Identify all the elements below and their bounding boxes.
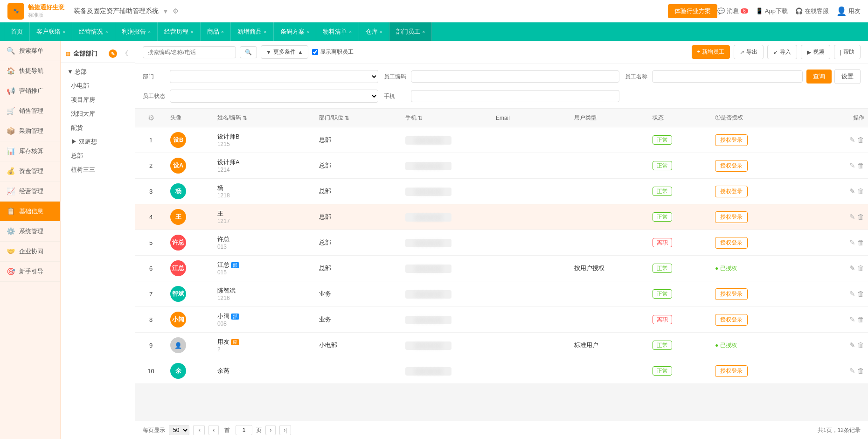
auth-button[interactable]: 授权登录 (715, 314, 748, 326)
sidebar-item-system[interactable]: ⚙️系统管理 (0, 222, 60, 242)
col-phone[interactable]: 手机⇅ (402, 109, 492, 127)
nav-tab-首页[interactable]: 首页 (4, 22, 30, 41)
user-item[interactable]: 👤 用友 (836, 6, 861, 16)
export-button[interactable]: ↗ 导出 (734, 45, 764, 59)
nav-tab-部门员工[interactable]: 部门员工 × (389, 22, 432, 41)
page-number-input[interactable] (236, 425, 252, 435)
dept-tree-item-shuangting[interactable]: ▶ 双庭想 (61, 135, 135, 149)
close-tab-icon[interactable]: × (221, 29, 224, 35)
employee-code-input[interactable] (411, 70, 619, 83)
sidebar-item-search[interactable]: 🔍搜索菜单 (0, 41, 60, 61)
auth-button[interactable]: 授权登录 (715, 237, 748, 249)
delete-button[interactable]: 🗑 (857, 161, 864, 169)
search-button[interactable]: 🔍 (240, 46, 257, 58)
close-tab-icon[interactable]: × (349, 29, 352, 35)
close-tab-icon[interactable]: × (62, 29, 65, 35)
dept-tree-item-shenyang[interactable]: 沈阳大库 (61, 107, 135, 121)
dept-tree-item-zongbu[interactable]: ▼ 总部 (61, 65, 135, 79)
sidebar-item-purchase[interactable]: 📦采购管理 (0, 121, 60, 141)
settings-btn[interactable]: 设置 (834, 69, 861, 84)
dept-tree-item-xiaodian[interactable]: 小电部 (61, 79, 135, 93)
nav-tab-客户联络[interactable]: 客户联络 × (30, 22, 72, 41)
delete-button[interactable]: 🗑 (857, 136, 864, 144)
edit-button[interactable]: ✎ (849, 187, 855, 195)
search-input[interactable] (143, 46, 236, 58)
app-download-item[interactable]: 📱 App下载 (756, 7, 788, 15)
dept-tree-item-peihuo[interactable]: 配货 (61, 121, 135, 135)
close-tab-icon[interactable]: × (306, 29, 309, 35)
edit-button[interactable]: ✎ (849, 264, 855, 272)
delete-button[interactable]: 🗑 (857, 367, 864, 375)
edit-button[interactable]: ✎ (849, 136, 855, 144)
sidebar-item-finance[interactable]: 💰资金管理 (0, 161, 60, 181)
close-tab-icon[interactable]: × (422, 29, 425, 35)
close-tab-icon[interactable]: × (148, 29, 151, 35)
sidebar-item-guide[interactable]: 🎯新手引导 (0, 262, 60, 282)
edit-button[interactable]: ✎ (849, 238, 855, 247)
dept-tree-item-zongbu2[interactable]: 总部 (61, 149, 135, 163)
col-dept[interactable]: 部门/职位⇅ (315, 109, 402, 127)
delete-button[interactable]: 🗑 (857, 341, 864, 349)
close-tab-icon[interactable]: × (380, 29, 382, 35)
add-employee-button[interactable]: + 新增员工 (692, 45, 730, 59)
more-conditions-button[interactable]: ▼ 更多条件 ▲ (261, 45, 308, 59)
edit-button[interactable]: ✎ (849, 315, 855, 324)
nav-tab-利润报告[interactable]: 利润报告 × (115, 22, 158, 41)
nav-tab-仓库[interactable]: 仓库 × (359, 22, 389, 41)
import-button[interactable]: ↙ 导入 (767, 45, 797, 59)
edit-button[interactable]: ✎ (849, 213, 855, 221)
dropdown-icon[interactable]: ▼ (162, 7, 169, 15)
col-name[interactable]: 姓名/编码⇅ (214, 109, 315, 127)
nav-tab-经营情况[interactable]: 经营情况 × (72, 22, 115, 41)
edit-button[interactable]: ✎ (849, 161, 855, 170)
delete-button[interactable]: 🗑 (857, 264, 864, 272)
search-btn[interactable]: 查询 (806, 70, 832, 84)
dept-select[interactable] (170, 70, 378, 83)
auth-button[interactable]: 授权登录 (715, 134, 748, 146)
auth-button[interactable]: 授权登录 (715, 288, 748, 300)
sidebar-item-basic[interactable]: 📋基础信息 (0, 202, 60, 222)
employee-name-input[interactable] (652, 70, 803, 83)
delete-button[interactable]: 🗑 (857, 187, 864, 195)
prev-page-button[interactable]: ‹ (208, 425, 219, 435)
nav-tab-商品[interactable]: 商品 × (201, 22, 231, 41)
edit-button[interactable]: ✎ (849, 290, 855, 298)
close-tab-icon[interactable]: × (105, 29, 108, 35)
edit-button[interactable]: ✎ (849, 341, 855, 349)
sidebar-item-shortcut[interactable]: 🏠快捷导航 (0, 61, 60, 81)
settings-icon[interactable]: ⚙ (173, 7, 179, 15)
sidebar-item-sales[interactable]: 🛒销售管理 (0, 101, 60, 121)
auth-button[interactable]: 授权登录 (715, 365, 748, 377)
delete-button[interactable]: 🗑 (857, 213, 864, 221)
col-settings[interactable]: ⚙ (135, 109, 167, 127)
per-page-select[interactable]: 50 (169, 425, 189, 435)
sidebar-item-operations[interactable]: 📈经营管理 (0, 181, 60, 202)
sidebar-item-enterprise[interactable]: 🤝企业协同 (0, 242, 60, 262)
employee-status-select[interactable] (170, 90, 378, 103)
edit-dept-icon[interactable]: ✎ (109, 49, 117, 58)
show-resigned-checkbox[interactable]: 显示离职员工 (312, 48, 354, 56)
nav-tab-经营历程[interactable]: 经营历程 × (158, 22, 200, 41)
delete-button[interactable]: 🗑 (857, 238, 864, 246)
auth-button[interactable]: 授权登录 (715, 186, 748, 197)
delete-button[interactable]: 🗑 (857, 315, 864, 323)
next-page-button[interactable]: › (265, 425, 276, 435)
sidebar-item-marketing[interactable]: 📢营销推广 (0, 81, 60, 101)
dept-tree-item-zhishu[interactable]: 植树王三 (61, 163, 135, 177)
auth-button[interactable]: 授权登录 (715, 160, 748, 172)
sidebar-item-inventory[interactable]: 📊库存核算 (0, 141, 60, 161)
auth-button[interactable]: 授权登录 (715, 211, 748, 223)
close-tab-icon[interactable]: × (264, 29, 266, 35)
close-tab-icon[interactable]: × (190, 29, 193, 35)
collapse-tree-button[interactable]: 《 (120, 48, 130, 60)
dept-tree-item-xiangmu[interactable]: 项目库房 (61, 93, 135, 107)
edit-button[interactable]: ✎ (849, 367, 855, 375)
nav-tab-新增商品[interactable]: 新增商品 × (231, 22, 273, 41)
nav-tab-条码方案[interactable]: 条码方案 × (274, 22, 316, 41)
last-page-button[interactable]: ›| (279, 425, 291, 435)
message-item[interactable]: 💬 消息 6 (717, 7, 748, 15)
first-page-button[interactable]: |‹ (193, 425, 205, 435)
view-button[interactable]: ▶ 视频 (801, 45, 830, 59)
help-button[interactable]: | 帮助 (834, 45, 861, 59)
delete-button[interactable]: 🗑 (857, 290, 864, 298)
